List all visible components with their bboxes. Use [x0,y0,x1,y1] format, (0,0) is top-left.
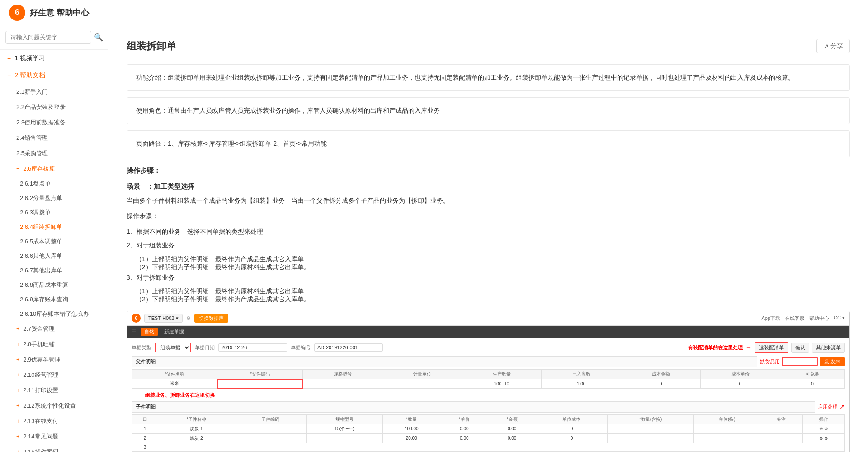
activate-label: 启用处理 [818,404,838,410]
td-in-qty: 1.00 [542,379,621,389]
bottom-table-header-row: 子件明细 启用处理 ↗ [132,401,845,413]
sidebar-item-finance[interactable]: + 2.7资金管理 [0,321,108,337]
nav-item-home[interactable]: 自然 [141,328,158,336]
nav-item-new[interactable]: 新建单据 [160,328,188,336]
step3: 3、对于拆卸业务 [127,271,850,284]
th-unit: 计量单位 [382,369,462,379]
sidebar-item-onlinepay[interactable]: + 2.13在线支付 [0,414,108,429]
th-exchange: 可兑换 [780,369,845,379]
role-text: 使用角色：通常由生产人员或库管人员完成拆装业务的操作，库管人员确认原材料的出库和… [136,107,440,114]
sidebar-item-inv266[interactable]: 2.6.6其他入库单 [0,249,108,263]
plus-icon-print: + [16,387,20,394]
btd-spec1: 15(件+件) [306,424,382,433]
sidebar: 🔍 + 1.视频学习 − 2.帮助文档 2.1新手入门 2.2产品安装及登录 2… [0,25,108,452]
page-title: 组装拆卸单 [127,39,176,53]
step3-sub: （1）上部明细为父件明细，最终作为原材料生成其它出库单； （2）下部明细为子件明… [127,287,850,304]
sidebar-item-manage[interactable]: + 2.10经营管理 [0,367,108,383]
switch-db-btn[interactable]: 切换数据库 [194,314,228,323]
sidebar-item-faq[interactable]: + 2.14常见问题 [0,429,108,444]
topbar-icon1: ⚙ [186,315,191,321]
path-text: 页面路径：1、库存核算->库存管理->组装拆卸单 2、首页->常用功能 [136,140,327,147]
sidebar-item-inv265[interactable]: 2.6.5成本调整单 [0,234,108,249]
bth-qty: *数量 [383,414,440,424]
sidebar-item-docs-label: 2.帮助文档 [14,71,45,80]
btd-ucost2: 0 [536,433,608,443]
store-selector[interactable]: TEST-H002 ▾ [144,314,183,323]
th-parent-name: *父件名称 [132,369,217,379]
search-bar: 🔍 [0,25,108,50]
btd-price1: 0.00 [440,424,488,433]
btd-qty2-2 [607,433,694,443]
app-form-area: 单据类型 组装单据 拆卸单据 单据日期 单据编号 有装配清单的在这里处理 → 选… [127,338,849,452]
plus-icon: + [7,55,11,62]
help-center-icon: 帮助中心 [809,315,829,322]
steps-title: 操作步骤： [127,167,850,175]
sidebar-item-mobile[interactable]: + 2.8手机旺铺 [0,337,108,352]
code-input[interactable] [314,343,383,352]
sidebar-item-sales[interactable]: 2.4销售管理 [0,130,108,146]
btd-qty1: 100.00 [383,424,440,433]
td-parent-code[interactable] [217,379,303,389]
sidebar-item-inv261[interactable]: 2.6.1盘点单 [0,176,108,191]
btd-ops1: ⊕ ⊗ [802,424,844,433]
share-button[interactable]: ↗ 分享 [816,39,850,53]
bottom-section-title: 子件明细 [132,401,815,413]
sidebar-item-video[interactable]: + 1.视频学习 [0,50,108,67]
path-box: 页面路径：1、库存核算->库存管理->组装拆卸单 2、首页->常用功能 [127,130,850,157]
sidebar-item-inv267[interactable]: 2.6.7其他出库单 [0,263,108,278]
description-text: 功能介绍：组装拆卸单用来处理企业组装或拆卸等加工业务，支持有固定装配清单的产品加… [136,74,794,81]
type-select[interactable]: 组装单据 拆卸单据 [155,343,191,352]
btd-unit2-1 [694,424,760,433]
sidebar-item-new[interactable]: 2.1新手入门 [0,84,108,100]
sidebar-item-inv264[interactable]: 2.6.4组装拆卸单 [0,220,108,234]
bth-unit2: 单位(换) [694,414,760,424]
sidebar-item-inv269[interactable]: 2.6.9库存账本查询 [0,292,108,307]
sidebar-item-inventory[interactable]: − 2.6库存核算 [0,161,108,176]
sidebar-item-install[interactable]: 2.2产品安装及登录 [0,100,108,115]
select-bom-btn[interactable]: 选装配清单 [755,342,788,353]
sidebar-item-inv2610[interactable]: 2.6.10库存账本错了怎么办 [0,307,108,321]
btd-code1[interactable] [235,424,307,433]
search-icon[interactable]: 🔍 [94,33,103,42]
sidebar-item-data[interactable]: 2.3使用前数据准备 [0,115,108,130]
confirm-btn[interactable]: 确认 [791,343,809,353]
btd-idx2: 2 [132,433,158,443]
step1: 1、根据不同的业务，选择不同单据的类型来处理 [127,226,850,238]
annotation2-row: 组装业务、拆卸业务在这里切换 [132,392,845,399]
other-source-btn[interactable]: 其他来源单 [812,343,845,353]
sidebar-item-print[interactable]: + 2.11打印设置 [0,383,108,398]
share-icon: ↗ [823,43,829,50]
btd-qty2-1 [607,424,694,433]
sidebar-item-coupon[interactable]: + 2.9优惠券管理 [0,352,108,367]
inventory-minus-icon: − [16,165,20,172]
sidebar-item-inv262[interactable]: 2.6.2分量盘点单 [0,191,108,205]
sidebar-item-cases[interactable]: + 2.15操作案例 [0,444,108,452]
code-label: 单据编号 [291,344,311,351]
shortage-input[interactable] [782,357,818,366]
plus-icon-mobile: + [16,341,20,347]
plus-icon-cases: + [16,448,20,452]
activate-btn[interactable]: 发 发来 [820,357,845,366]
logo-text: 好生意 帮助中心 [30,7,89,18]
plus-icon-sysconfig: + [16,402,20,409]
plus-icon-faq: + [16,433,20,440]
sidebar-item-inv268[interactable]: 2.6.8商品成本重算 [0,278,108,292]
btd-empty3 [158,443,844,451]
bth-amount: *金额 [488,414,536,424]
btd-idx3: 3 [132,443,158,451]
btd-code2 [235,433,307,443]
date-input[interactable] [218,343,287,352]
btd-idx1: 1 [132,424,158,433]
sidebar-item-docs[interactable]: − 2.帮助文档 [0,67,108,84]
search-input[interactable] [5,31,91,44]
online-service-icon: 在线客服 [785,315,805,322]
btd-spec2 [306,433,382,443]
bth-child-code: 子件编码 [235,414,307,424]
sidebar-item-purchase[interactable]: 2.5采购管理 [0,146,108,161]
arrow-icon1: → [745,344,752,351]
step2: 2、对于组装业务 [127,239,850,252]
plus-icon-manage: + [16,371,20,378]
sidebar-item-sysconfig[interactable]: + 2.12系统个性化设置 [0,398,108,414]
sidebar-item-inv263[interactable]: 2.6.3调拨单 [0,205,108,220]
scenario1-title: 场景一：加工类型选择 [127,182,850,191]
